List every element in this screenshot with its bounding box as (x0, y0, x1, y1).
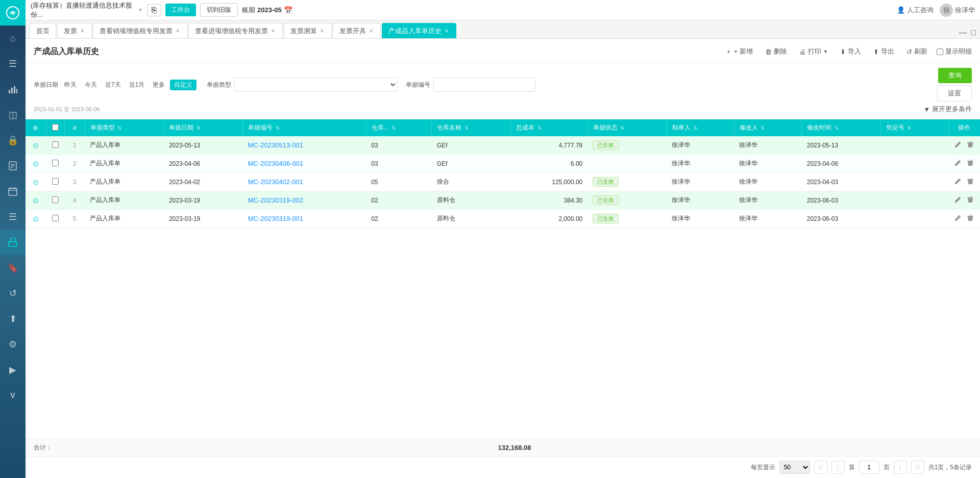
select-all-checkbox[interactable] (52, 124, 59, 131)
row-delete-btn-3[interactable] (966, 195, 975, 206)
row-delete-btn-1[interactable] (966, 158, 975, 169)
sidebar-item-lock[interactable]: 🔒 (0, 128, 26, 153)
row-settings-icon[interactable]: ⊙ (33, 160, 39, 168)
row-settings-1[interactable]: ⊙ (26, 155, 46, 173)
sidebar-item-version[interactable]: V (0, 383, 26, 408)
date-yesterday-btn[interactable]: 昨天 (61, 80, 80, 90)
sidebar-item-settings[interactable]: ⚙ (0, 332, 26, 357)
tab-invoice-close[interactable]: ✕ (79, 27, 85, 35)
row-settings-icon[interactable]: ⊙ (33, 141, 39, 149)
workbench-button[interactable]: 工作台 (165, 4, 196, 16)
row-settings-icon[interactable]: ⊙ (33, 215, 39, 223)
row-code-link-0[interactable]: MC-20230513-001 (248, 141, 303, 149)
sidebar-item-play[interactable]: ▶ (0, 357, 26, 383)
tab-home[interactable]: 首页 (30, 23, 56, 38)
row-code-2[interactable]: MC-20230402-001 (243, 173, 366, 191)
row-checkbox-1[interactable] (46, 155, 64, 173)
row-edit-btn-4[interactable] (953, 213, 963, 224)
row-code-3[interactable]: MC-20230319-002 (243, 191, 366, 210)
row-code-0[interactable]: MC-20230513-001 (243, 136, 366, 155)
th-status[interactable]: 单据状态 ⇅ (587, 119, 667, 136)
tab-invoice-calc-close[interactable]: ✕ (319, 27, 325, 35)
table-row[interactable]: ⊙ 1 产品入库单 2023-05-13 MC-20230513-001 03 … (26, 136, 980, 155)
row-code-link-4[interactable]: MC-20230319-001 (248, 215, 303, 222)
date-custom-btn[interactable]: 自定义 (170, 80, 197, 90)
table-row[interactable]: ⊙ 2 产品入库单 2023-04-06 MC-20230406-001 03 … (26, 155, 980, 173)
last-page-button[interactable]: ⟩⟩ (911, 461, 924, 474)
row-settings-icon[interactable]: ⊙ (33, 178, 39, 186)
row-code-1[interactable]: MC-20230406-001 (243, 155, 366, 173)
table-row[interactable]: ⊙ 5 产品入库单 2023-03-19 MC-20230319-001 02 … (26, 210, 980, 228)
table-row[interactable]: ⊙ 4 产品入库单 2023-03-19 MC-20230319-002 02 … (26, 191, 980, 210)
period-calendar-icon[interactable]: 📅 (284, 6, 292, 14)
sidebar-item-doc[interactable]: ☰ (0, 51, 26, 77)
row-checkbox-3[interactable] (46, 191, 64, 210)
row-edit-btn-2[interactable] (953, 177, 963, 187)
page-number-input[interactable] (859, 461, 879, 474)
th-type[interactable]: 单据类型 ⇅ (85, 119, 164, 136)
delete-button[interactable]: 🗑 删除 (762, 45, 790, 58)
import-button[interactable]: ⬇ 导入 (837, 45, 864, 58)
row-edit-btn-1[interactable] (953, 158, 963, 169)
date-more-btn[interactable]: 更多 (150, 80, 168, 90)
row-code-link-2[interactable]: MC-20230402-001 (248, 178, 303, 186)
date-today-btn[interactable]: 今天 (82, 80, 100, 90)
sidebar-item-chart[interactable] (0, 77, 26, 102)
row-settings-0[interactable]: ⊙ (26, 136, 46, 155)
copy-button[interactable]: ⎘ (147, 4, 161, 16)
th-creator[interactable]: 制单人 ⇅ (667, 119, 734, 136)
tab-vat-in-close[interactable]: ✕ (270, 27, 276, 35)
th-warehouse-name[interactable]: 仓库名称 ⇅ (432, 119, 511, 136)
table-row[interactable]: ⊙ 3 产品入库单 2023-04-02 MC-20230402-001 05 … (26, 173, 980, 191)
th-code[interactable]: 单据编号 ⇅ (243, 119, 366, 136)
row-edit-btn-3[interactable] (953, 195, 963, 206)
th-modifier[interactable]: 修改人 ⇅ (734, 119, 801, 136)
row-delete-btn-2[interactable] (966, 177, 975, 187)
sidebar-item-bill[interactable] (0, 153, 26, 179)
th-total-cost[interactable]: 总成本 ⇅ (511, 119, 588, 136)
sidebar-item-list[interactable]: ☰ (0, 204, 26, 230)
tab-invoice[interactable]: 发票 ✕ (57, 23, 92, 38)
minimize-button[interactable]: — (959, 28, 967, 37)
row-code-4[interactable]: MC-20230319-001 (243, 210, 366, 228)
print-button[interactable]: 🖨 打印 ▼ (796, 45, 831, 58)
new-button[interactable]: ＋ + 新增 (722, 45, 756, 58)
th-settings[interactable]: ⚙ (26, 119, 46, 136)
row-delete-btn-4[interactable] (966, 213, 975, 224)
type-filter-select[interactable] (234, 78, 398, 92)
row-check-3[interactable] (52, 196, 59, 203)
export-button[interactable]: ⬆ 导出 (870, 45, 897, 58)
switch-version-button[interactable]: 切到旧版 (200, 3, 238, 17)
sidebar-item-inbox[interactable]: ◫ (0, 102, 26, 128)
expand-conditions-button[interactable]: ▼ 展开更多条件 (923, 105, 972, 114)
first-page-button[interactable]: ⟨⟨ (814, 461, 827, 474)
next-page-button[interactable]: ⟩ (894, 461, 907, 474)
row-check-4[interactable] (52, 215, 59, 221)
row-settings-icon[interactable]: ⊙ (33, 196, 39, 205)
sidebar-item-home[interactable]: ⌂ (0, 26, 26, 51)
row-code-link-1[interactable]: MC-20230406-001 (248, 160, 303, 167)
th-date[interactable]: 单据日期 ⇅ (164, 119, 243, 136)
page-size-select[interactable]: 50 20 100 (779, 461, 810, 474)
query-button[interactable]: 查询 (938, 68, 972, 83)
tab-invoice-calc[interactable]: 发票测算 ✕ (284, 23, 332, 38)
row-settings-3[interactable]: ⊙ (26, 191, 46, 210)
row-code-link-3[interactable]: MC-20230319-002 (248, 196, 303, 204)
th-checkbox[interactable] (46, 119, 64, 136)
row-delete-btn-0[interactable] (966, 140, 975, 150)
prev-page-button[interactable]: ⟨ (831, 461, 845, 474)
row-check-2[interactable] (52, 178, 59, 185)
company-selector[interactable]: (库存核算）直播轻渡通信息技术股份... ▼ (31, 1, 143, 19)
tab-product-in[interactable]: 产成品入库单历史 ✕ (382, 23, 456, 38)
refresh-button[interactable]: ↺ 刷新 (903, 45, 930, 58)
tab-invoice-open[interactable]: 发票开具 ✕ (333, 23, 381, 38)
row-checkbox-4[interactable] (46, 210, 64, 228)
th-warehouse-code[interactable]: 仓库... ⇅ (366, 119, 432, 136)
row-checkbox-2[interactable] (46, 173, 64, 191)
row-settings-4[interactable]: ⊙ (26, 210, 46, 228)
date-7days-btn[interactable]: 近7天 (102, 80, 124, 90)
row-settings-2[interactable]: ⊙ (26, 173, 46, 191)
show-detail-input[interactable] (937, 48, 943, 55)
tab-vat-out-close[interactable]: ✕ (175, 27, 181, 35)
show-detail-checkbox[interactable]: 显示明细 (937, 47, 972, 56)
